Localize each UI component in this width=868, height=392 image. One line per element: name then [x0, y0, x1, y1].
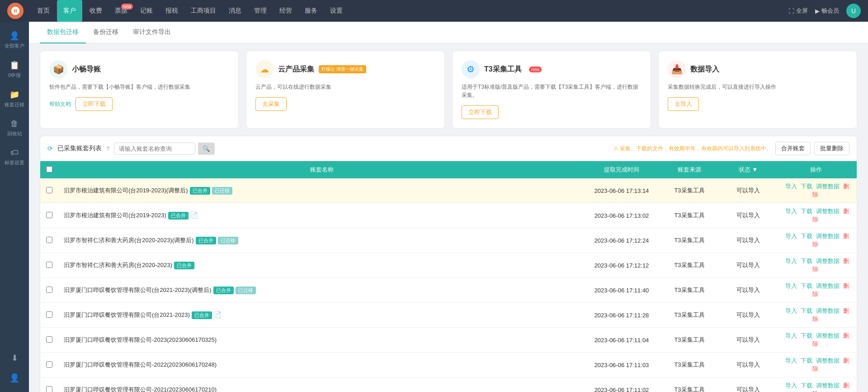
nav-item-报税[interactable]: 报税 [159, 0, 184, 22]
sub-tab-备份迁移[interactable]: 备份迁移 [86, 22, 126, 43]
action-导入[interactable]: 导入 [785, 382, 797, 389]
sidebar-item-标签设置[interactable]: 🏷标签设置 [2, 143, 27, 171]
card-btn-xiaochang[interactable]: 立即下载 [75, 97, 113, 111]
row-select-checkbox[interactable] [46, 336, 52, 343]
row-select-checkbox[interactable] [46, 237, 52, 243]
search-input[interactable] [114, 143, 195, 155]
action-导入[interactable]: 导入 [785, 282, 797, 289]
nav-item-工商项目[interactable]: 工商项目 [184, 0, 222, 22]
nav-item-消息[interactable]: 消息 [222, 0, 248, 22]
action-调整数据[interactable]: 调整数据 [816, 282, 840, 289]
card-btn-cloud[interactable]: 去采集 [255, 97, 287, 111]
nav-item-首页[interactable]: 首页 [31, 0, 56, 22]
action-调整数据[interactable]: 调整数据 [816, 307, 840, 314]
row-name: 汩罗市智祥仁济和善大药房(台2020-2023)已合并 [58, 253, 585, 278]
action-下载[interactable]: 下载 [801, 208, 812, 215]
action-下载[interactable]: 下载 [801, 307, 812, 314]
col-header-4: 操作 [775, 161, 857, 178]
card-btn-import[interactable]: 去导入 [668, 97, 699, 111]
sidebar-bottom-item[interactable]: ⬇ [2, 349, 27, 368]
user-avatar[interactable]: U [846, 4, 861, 18]
select-all-checkbox[interactable] [46, 166, 52, 172]
row-checkbox [40, 378, 58, 392]
action-导入[interactable]: 导入 [785, 357, 797, 364]
action-调整数据[interactable]: 调整数据 [816, 208, 840, 215]
sub-tab-数据包迁移[interactable]: 数据包迁移 [40, 22, 86, 43]
action-导入[interactable]: 导入 [785, 307, 797, 314]
sidebar-bottom-item[interactable]: 👤 [2, 368, 27, 387]
row-name-text: 汩罗厦门口哔叹餐饮管理有限公司(台2021-2023)(调整后) [64, 287, 212, 293]
action-导入[interactable]: 导入 [785, 258, 797, 264]
sidebar-item-回收站[interactable]: 🗑回收站 [2, 115, 27, 142]
action-调整数据[interactable]: 调整数据 [816, 233, 840, 239]
sidebar-item-全部客户[interactable]: 👤全部客户 [2, 26, 27, 54]
card-actions-import: 去导入 [668, 97, 848, 111]
action-调整数据[interactable]: 调整数据 [816, 332, 840, 339]
card-header: ⚙ T3采集工具new [462, 60, 642, 78]
action-下载[interactable]: 下载 [801, 332, 812, 339]
sidebar-label: 全部客户 [5, 43, 24, 49]
nav-item-记账[interactable]: 记账 [134, 0, 159, 22]
row-select-checkbox[interactable] [46, 187, 52, 193]
action-调整数据[interactable]: 调整数据 [816, 258, 840, 264]
sidebar: 👤全部客户📋0申报📁账套迁移🗑回收站🏷标签设置⬇👤 [0, 22, 29, 392]
action-导入[interactable]: 导入 [785, 208, 797, 215]
card-title-xiaochang: 小畅导账 [72, 65, 101, 74]
card-btn-t3[interactable]: 立即下载 [462, 105, 499, 119]
nav-item-客户[interactable]: 客户 [57, 0, 82, 22]
row-select-checkbox[interactable] [46, 311, 52, 318]
file-icon[interactable]: 📄 [214, 311, 222, 318]
nav-item-收费[interactable]: 收费 [83, 0, 108, 22]
nav-item-服务[interactable]: 服务 [298, 0, 324, 22]
table-row: 汩罗市根治建筑有限公司(台2019-2023)已合并📄2023-06-06 17… [40, 203, 857, 228]
action-导入[interactable]: 导入 [785, 332, 797, 339]
row-time: 2023-06-06 17:12:24 [585, 228, 658, 253]
action-下载[interactable]: 下载 [801, 382, 812, 389]
card-desc-import: 采集数据转换完成后，可以直接进行导入操作 [668, 83, 848, 91]
row-status: 可以导入 [721, 278, 775, 303]
sidebar-item-账套迁移[interactable]: 📁账套迁移 [2, 85, 27, 113]
row-checkbox [40, 178, 58, 203]
file-icon[interactable]: 📄 [190, 211, 198, 219]
action-下载[interactable]: 下载 [801, 183, 812, 190]
row-select-checkbox[interactable] [46, 262, 52, 268]
action-下载[interactable]: 下载 [801, 233, 812, 239]
action-下载[interactable]: 下载 [801, 258, 812, 264]
row-name-text: 汩罗厦门口哔叹餐饮管理有限公司(台2021-2023) [64, 311, 190, 318]
row-select-checkbox[interactable] [46, 386, 52, 392]
action-调整数据[interactable]: 调整数据 [816, 382, 840, 389]
action-下载[interactable]: 下载 [801, 282, 812, 289]
nav-item-管理[interactable]: 管理 [248, 0, 273, 22]
sidebar-item-0申报[interactable]: 📋0申报 [2, 56, 27, 83]
nav-item-设置[interactable]: 设置 [324, 0, 349, 22]
col-header-checkbox [40, 161, 58, 178]
row-actions: 导入下载调整数据删除 [775, 328, 857, 353]
row-checkbox [40, 228, 58, 253]
member-button[interactable]: ▶ 畅会员 [815, 7, 839, 15]
action-下载[interactable]: 下载 [801, 357, 812, 364]
action-导入[interactable]: 导入 [785, 183, 797, 190]
help-icon[interactable]: ? [106, 145, 109, 152]
merge-button[interactable]: 合并账套 [775, 142, 811, 155]
row-select-checkbox[interactable] [46, 287, 52, 293]
col-header-2: 账套来源 [658, 161, 721, 178]
action-导入[interactable]: 导入 [785, 233, 797, 239]
batch-delete-button[interactable]: 批量删除 [814, 142, 849, 155]
fullscreen-button[interactable]: ⛶ 全屏 [788, 7, 808, 15]
row-select-checkbox[interactable] [46, 361, 52, 368]
row-select-checkbox[interactable] [46, 212, 52, 218]
top-navigation: 首页客户收费票据new记账报税工商项目消息管理经营服务设置 ⛶ 全屏 ▶ 畅会员… [0, 0, 868, 22]
nav-item-票据[interactable]: 票据new [108, 0, 134, 22]
col-header-1: 提取完成时间 [585, 161, 658, 178]
action-调整数据[interactable]: 调整数据 [816, 357, 840, 364]
card-icon-t3: ⚙ [462, 60, 480, 78]
action-调整数据[interactable]: 调整数据 [816, 183, 840, 190]
help-link-xiaochang[interactable]: 帮助文档 [49, 100, 71, 108]
search-button[interactable]: 🔍 [198, 143, 215, 155]
logo-button[interactable] [7, 3, 24, 19]
sub-tab-审计文件导出[interactable]: 审计文件导出 [126, 22, 178, 43]
row-source: T3采集工具 [658, 178, 721, 203]
nav-item-经营[interactable]: 经营 [273, 0, 298, 22]
refresh-icon[interactable]: ⟳ [47, 145, 53, 152]
toolbar-tip: ⚠ 采集、下载的文件，有效期半年，有效期内可以导入到系统中。 [613, 145, 772, 153]
